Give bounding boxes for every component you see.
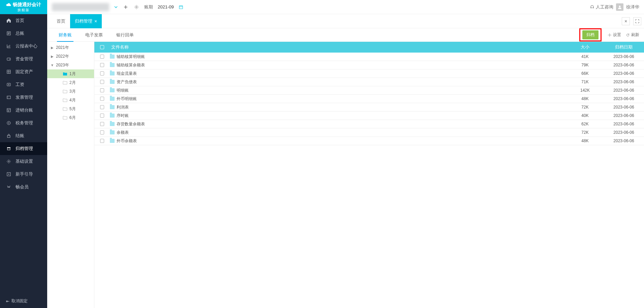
tab-home[interactable]: 首页 <box>52 14 70 28</box>
tree-month-6[interactable]: 6月 <box>47 113 94 122</box>
folder-icon <box>63 90 67 93</box>
tree-month-5[interactable]: 5月 <box>47 104 94 113</box>
nav-settings[interactable]: 基础设置 <box>0 155 47 168</box>
nav-assets[interactable]: 固定资产 <box>0 65 47 78</box>
fullscreen-button[interactable] <box>633 17 641 25</box>
folder-icon <box>110 114 115 118</box>
table-row[interactable]: 辅助核算明细账41K2023-06-06 <box>94 53 644 61</box>
nav-inventory[interactable]: 进销台账 <box>0 104 47 117</box>
play-icon <box>6 172 11 177</box>
nav-guide[interactable]: 新手引导 <box>0 168 47 181</box>
tree-month-2[interactable]: 2月 <box>47 78 94 87</box>
calendar-icon[interactable] <box>179 5 183 9</box>
subtab-bank[interactable]: 银行回单 <box>110 28 141 42</box>
subtab-finance[interactable]: 财务账 <box>52 28 79 42</box>
table-row[interactable]: 现金流量表66K2023-06-06 <box>94 69 644 78</box>
folder-icon <box>110 88 115 92</box>
table-row[interactable]: 资产负债表71K2023-06-06 <box>94 78 644 86</box>
tree-year-2022[interactable]: ▶2022年 <box>47 52 94 61</box>
row-checkbox[interactable] <box>100 105 104 109</box>
svg-point-2 <box>9 59 10 60</box>
nav-salary[interactable]: 工资 <box>0 78 47 91</box>
row-checkbox[interactable] <box>100 71 104 75</box>
tree-year-2023[interactable]: ▼2023年 <box>47 61 94 69</box>
row-checkbox[interactable] <box>100 80 104 84</box>
row-checkbox[interactable] <box>100 97 104 101</box>
consult-label: 人工咨询 <box>596 4 613 10</box>
inventory-icon <box>6 107 11 113</box>
nav-home[interactable]: 首页 <box>0 14 47 27</box>
nav-ledger[interactable]: 总账 <box>0 27 47 40</box>
row-checkbox[interactable] <box>100 88 104 92</box>
nav-label: 云报表中心 <box>16 43 37 49</box>
file-name: 余额表 <box>117 130 129 135</box>
unpin-button[interactable]: ⇤ 取消固定 <box>0 294 47 308</box>
table-row[interactable]: 明细账142K2023-06-06 <box>94 86 644 95</box>
nav-member[interactable]: 畅会员 <box>0 181 47 193</box>
table-row[interactable]: 存货数量余额表62K2023-06-06 <box>94 120 644 128</box>
nav-label: 归档管理 <box>16 146 33 152</box>
nav-close[interactable]: 结账 <box>0 129 47 142</box>
file-date: 2023-06-06 <box>604 130 644 135</box>
folder-icon <box>110 139 115 143</box>
refresh-link[interactable]: 刷新 <box>626 32 639 38</box>
table-row[interactable]: 序时账40K2023-06-06 <box>94 112 644 120</box>
file-size: 71K <box>566 80 604 84</box>
home-icon <box>6 18 11 23</box>
row-checkbox[interactable] <box>100 139 104 143</box>
tree-label: 2月 <box>69 80 76 86</box>
nav-invoice[interactable]: 发票管理 <box>0 91 47 104</box>
file-name: 利润表 <box>117 104 129 110</box>
table-row[interactable]: 外币明细账48K2023-06-06 <box>94 95 644 103</box>
nav-reports[interactable]: 云报表中心 <box>0 40 47 53</box>
nav-label: 发票管理 <box>16 94 33 100</box>
page-tabs: 首页 归档管理 × × <box>47 14 644 28</box>
chevron-down-icon[interactable] <box>114 5 118 9</box>
archive-button[interactable]: 归档 <box>582 30 599 39</box>
row-checkbox[interactable] <box>100 55 104 59</box>
period-value[interactable]: 2021-09 <box>158 4 174 9</box>
table-header: 文件名称 大小 归档日期 <box>94 42 644 53</box>
svg-rect-4 <box>7 83 10 86</box>
nav-archive[interactable]: 归档管理 <box>0 142 47 155</box>
tree-month-3[interactable]: 3月 <box>47 87 94 96</box>
close-all-button[interactable]: × <box>622 17 630 25</box>
close-icon[interactable]: × <box>94 19 97 24</box>
table-row[interactable]: 余额表72K2023-06-06 <box>94 128 644 137</box>
table-row[interactable]: 外币余额表48K2023-06-06 <box>94 137 644 145</box>
gear-icon <box>608 33 612 37</box>
file-size: 48K <box>566 96 604 101</box>
tree-year-2021[interactable]: ▶2021年 <box>47 43 94 52</box>
svg-point-6 <box>8 97 8 97</box>
table-row[interactable]: 利润表72K2023-06-06 <box>94 103 644 112</box>
svg-point-7 <box>8 98 8 98</box>
nav-funds[interactable]: 资金管理 <box>0 53 47 65</box>
col-size: 大小 <box>566 44 604 50</box>
row-checkbox[interactable] <box>100 63 104 67</box>
lock-icon <box>6 133 11 138</box>
plus-icon[interactable] <box>123 4 129 10</box>
consult-link[interactable]: 人工咨询 <box>590 4 613 10</box>
table-row[interactable]: 辅助核算余额表79K2023-06-06 <box>94 61 644 69</box>
tree-month-1[interactable]: 1月 <box>47 69 94 78</box>
row-checkbox[interactable] <box>100 122 104 126</box>
svg-point-13 <box>8 161 9 162</box>
tree-label: 5月 <box>69 106 76 112</box>
chevron-down-icon: ▼ <box>51 63 54 67</box>
avatar[interactable] <box>616 3 623 11</box>
table-body: 辅助核算明细账41K2023-06-06辅助核算余额表79K2023-06-06… <box>94 53 644 145</box>
subtab-einvoice[interactable]: 电子发票 <box>79 28 110 42</box>
chevron-right-icon: ▶ <box>51 55 54 58</box>
tab-archive-mgmt[interactable]: 归档管理 × <box>70 14 102 28</box>
select-all-checkbox[interactable] <box>100 45 104 49</box>
gear-icon[interactable] <box>133 4 140 10</box>
tree-month-4[interactable]: 4月 <box>47 96 94 104</box>
company-selector-blurred[interactable] <box>52 3 109 11</box>
settings-link[interactable]: 设置 <box>608 32 621 38</box>
nav-tax[interactable]: 税务管理 <box>0 117 47 129</box>
row-checkbox[interactable] <box>100 114 104 118</box>
row-checkbox[interactable] <box>100 130 104 134</box>
file-name: 存货数量余额表 <box>117 121 145 127</box>
svg-rect-8 <box>7 109 10 112</box>
username[interactable]: 徐泽华 <box>626 4 639 10</box>
